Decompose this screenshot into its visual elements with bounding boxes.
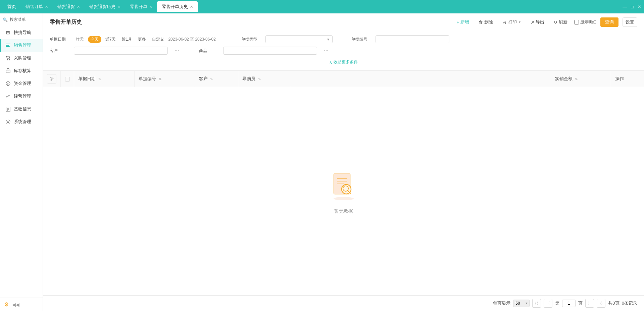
print-chevron-icon: ▼ bbox=[518, 20, 521, 24]
svg-rect-1 bbox=[6, 45, 9, 46]
svg-rect-0 bbox=[6, 44, 10, 44]
display-cols-checkbox[interactable] bbox=[574, 20, 579, 24]
header-checkbox[interactable] bbox=[65, 77, 70, 82]
svg-rect-2 bbox=[6, 46, 10, 47]
tab-retail-open-close[interactable]: ✕ bbox=[149, 5, 152, 9]
svg-point-13 bbox=[51, 78, 52, 80]
sidebar-collapse-icon[interactable]: ◀◀ bbox=[12, 302, 19, 307]
refresh-icon: ↺ bbox=[554, 20, 557, 25]
tab-sales-return-history-close[interactable]: ✕ bbox=[117, 5, 120, 9]
th-date-sort-icon[interactable]: ⇅ bbox=[98, 77, 101, 81]
add-button[interactable]: + 新增 bbox=[454, 18, 472, 27]
page-label-pre: 第 bbox=[555, 300, 559, 306]
tab-retail-open[interactable]: 零售开单 ✕ bbox=[125, 1, 157, 12]
print-icon: 🖨 bbox=[502, 20, 507, 25]
page-next-btn[interactable]: 〉 bbox=[585, 299, 594, 308]
system-icon bbox=[5, 119, 11, 125]
th-guide-sort-icon[interactable]: ⇅ bbox=[258, 77, 261, 81]
sidebar-item-sales-mgmt[interactable]: 销售管理 bbox=[0, 39, 43, 52]
sidebar-item-inventory[interactable]: 库存核算 bbox=[0, 64, 43, 77]
svg-point-12 bbox=[7, 121, 9, 123]
display-toggle[interactable]: 显示明细 bbox=[574, 19, 596, 25]
table-header-row: 单据日期 ⇅ 单据编号 ⇅ 客户 ⇅ 导购员 ⇅ bbox=[43, 71, 644, 87]
date-btn-more[interactable]: 更多 bbox=[136, 36, 148, 43]
print-button[interactable]: 🖨 打印 ▼ bbox=[500, 18, 524, 27]
table-settings-icon[interactable] bbox=[47, 74, 56, 84]
sidebar-item-operations[interactable]: 经营管理 bbox=[0, 90, 43, 103]
th-amount-sort-icon[interactable]: ⇅ bbox=[575, 77, 578, 81]
sidebar-item-system[interactable]: 系统管理 bbox=[0, 115, 43, 128]
sidebar-item-operations-label: 经营管理 bbox=[14, 93, 31, 99]
sidebar-item-basic-info[interactable]: 基础信息 bbox=[0, 103, 43, 115]
basic-info-icon bbox=[5, 106, 11, 112]
sales-mgmt-icon bbox=[5, 42, 11, 48]
th-checkbox bbox=[61, 71, 74, 87]
page-prev-btn[interactable]: 〈 bbox=[544, 299, 552, 308]
delete-icon: 🗑 bbox=[479, 20, 483, 25]
sidebar-search[interactable]: 🔍 搜索菜单 bbox=[0, 13, 43, 26]
window-minimize-btn[interactable]: — bbox=[623, 4, 627, 9]
query-button[interactable]: 查询 bbox=[600, 17, 618, 27]
doc-no-label: 单据编号 bbox=[351, 37, 370, 42]
customer-dots[interactable]: ··· bbox=[173, 48, 180, 54]
add-icon: + bbox=[456, 20, 459, 25]
main-layout: 🔍 搜索菜单 ⊞ 快捷导航 销售管理 采购管理 库存核算 bbox=[0, 13, 644, 311]
tab-sales-order-close[interactable]: ✕ bbox=[45, 5, 48, 9]
doc-type-label: 单据类型 bbox=[241, 37, 260, 42]
sidebar-footer: ⚙ ◀◀ bbox=[0, 298, 43, 311]
delete-label: 删除 bbox=[484, 19, 493, 25]
customer-input[interactable] bbox=[74, 47, 168, 55]
doc-no-input[interactable] bbox=[376, 35, 449, 43]
empty-text: 暂无数据 bbox=[334, 208, 353, 214]
page-last-btn[interactable]: ⟩⟩ bbox=[597, 299, 605, 308]
tab-sales-return[interactable]: 销货退货 ✕ bbox=[53, 1, 85, 12]
page-size-select[interactable]: 10 20 50 100 bbox=[513, 300, 530, 307]
refresh-label: 刷新 bbox=[559, 19, 567, 25]
product-label: 商品 bbox=[199, 48, 218, 54]
product-dots[interactable]: ··· bbox=[323, 48, 330, 54]
date-btn-custom[interactable]: 自定义 bbox=[150, 36, 166, 43]
tab-home[interactable]: 首页 bbox=[3, 1, 21, 12]
date-btn-last7[interactable]: 近7天 bbox=[103, 36, 118, 43]
page-first-btn[interactable]: ⟨⟨ bbox=[532, 299, 541, 308]
tab-sales-return-close[interactable]: ✕ bbox=[77, 5, 80, 9]
th-amount: 实销金额 ⇅ bbox=[551, 71, 611, 87]
page-input[interactable]: 1 bbox=[562, 300, 576, 307]
doc-type-select[interactable] bbox=[265, 35, 333, 43]
th-no-sort-icon[interactable]: ⇅ bbox=[159, 77, 161, 81]
tab-sales-order[interactable]: 销售订单 ✕ bbox=[21, 1, 53, 12]
refresh-button[interactable]: ↺ 刷新 bbox=[551, 18, 570, 27]
data-table: 单据日期 ⇅ 单据编号 ⇅ 客户 ⇅ 导购员 ⇅ bbox=[43, 71, 644, 87]
delete-button[interactable]: 🗑 删除 bbox=[476, 18, 496, 27]
date-shortcuts: 昨天 今天 近7天 近1月 更多 自定义 2023-06-02 至 2023-0… bbox=[74, 36, 216, 43]
th-customer-sort-icon[interactable]: ⇅ bbox=[210, 77, 213, 81]
tab-bar-right: — □ ✕ bbox=[623, 4, 641, 9]
date-btn-today[interactable]: 今天 bbox=[88, 36, 101, 43]
product-input[interactable] bbox=[223, 47, 317, 55]
filter-collapse[interactable]: ∧ 收起更多条件 bbox=[50, 58, 637, 66]
tab-home-label: 首页 bbox=[7, 4, 16, 10]
th-settings bbox=[43, 71, 61, 87]
sidebar-item-quick-nav[interactable]: ⊞ 快捷导航 bbox=[0, 26, 43, 39]
tab-retail-open-history[interactable]: 零售开单历史 ✕ bbox=[157, 1, 198, 12]
date-label: 单据日期 bbox=[50, 37, 68, 42]
window-close-btn[interactable]: ✕ bbox=[638, 4, 641, 9]
print-label: 打印 bbox=[508, 19, 517, 25]
date-btn-last1m[interactable]: 近1月 bbox=[120, 36, 134, 43]
date-btn-yesterday[interactable]: 昨天 bbox=[74, 36, 86, 43]
sidebar-item-finance[interactable]: ¥ 资金管理 bbox=[0, 77, 43, 90]
tab-sales-return-history[interactable]: 销货退货历史 ✕ bbox=[85, 1, 125, 12]
settings-button[interactable]: 设置 bbox=[623, 17, 637, 27]
th-guide-label: 导购员 bbox=[242, 76, 255, 81]
table-wrapper: 单据日期 ⇅ 单据编号 ⇅ 客户 ⇅ 导购员 ⇅ bbox=[43, 71, 644, 295]
sidebar-settings-icon[interactable]: ⚙ bbox=[4, 301, 9, 308]
finance-icon: ¥ bbox=[5, 81, 11, 87]
tab-retail-open-label: 零售开单 bbox=[130, 4, 147, 10]
export-button[interactable]: ↗ 导出 bbox=[528, 18, 547, 27]
window-maximize-btn[interactable]: □ bbox=[631, 4, 634, 9]
sidebar-item-purchase-mgmt[interactable]: 采购管理 bbox=[0, 52, 43, 64]
th-no-label: 单据编号 bbox=[139, 76, 156, 81]
tab-retail-open-history-close[interactable]: ✕ bbox=[190, 5, 193, 9]
sidebar: 🔍 搜索菜单 ⊞ 快捷导航 销售管理 采购管理 库存核算 bbox=[0, 13, 43, 311]
doc-type-select-wrap: ▼ bbox=[265, 35, 333, 43]
